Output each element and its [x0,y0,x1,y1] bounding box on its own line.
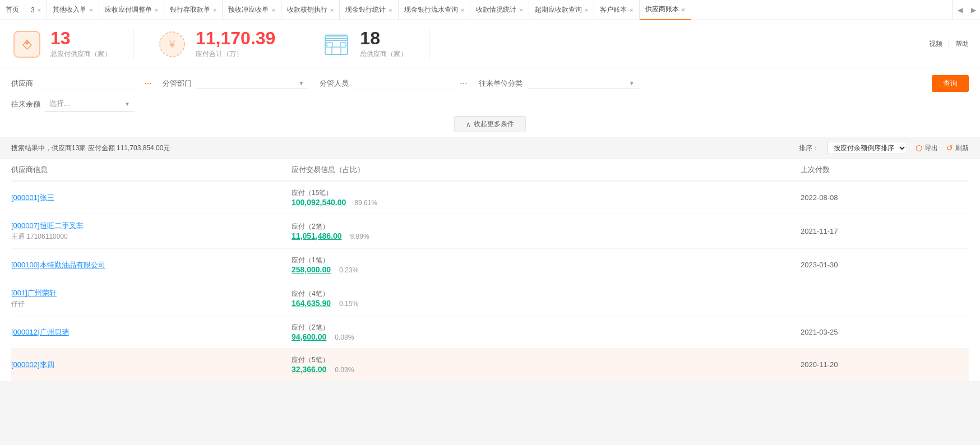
trade-amount-row: 94,600.000.08% [292,332,801,341]
nav-tab-prepay-label: 预收冲应收单 [228,5,269,15]
top-navigation: 首页 3 × 其他收入单 × 应收应付调整单 × 银行存取款单 × 预收冲应收单… [0,0,980,20]
nav-tab-cash-stats-close[interactable]: × [389,7,392,13]
category-dropdown-icon: ▼ [629,80,635,86]
filter-row-1: 供应商 ··· 分管部门 ▼ 分管人员 ··· 往来单位分类 ▼ 查询 [11,75,969,92]
dept-filter-select[interactable]: ▼ [196,78,308,89]
supplier-col: [000001]张三 [11,193,292,203]
supplier-filter-input[interactable] [38,77,138,90]
table-row: [000002]李四应付（5笔）32,366.000.03%2020-11-20 [11,349,969,381]
payable-icon: ¥ [156,29,187,59]
refresh-label: 刷新 [955,143,969,153]
result-summary: 搜索结果中，供应商13家 应付金额 111,703,854.00元 [11,143,170,153]
table-row: [001]广州荣轩仔仔应付（4笔）164,635.900.15% [11,281,969,316]
stats-bar: ◇ ❖ 13 总应付供应商（家） ¥ 11,170.39 应付合计（万） [0,20,980,68]
category-filter-select[interactable]: ▼ [527,78,639,89]
col-header-supplier: 供应商信息 [11,165,292,175]
person-filter-input[interactable] [353,77,454,90]
trade-amount[interactable]: 94,600.00 [292,332,326,341]
trade-col: 应付（5笔）32,366.000.03% [292,355,801,374]
trade-percent: 0.08% [335,333,354,341]
nav-tab-overdue[interactable]: 超期应收款查询 × [529,0,594,20]
export-button[interactable]: ⬡ 导出 [916,143,938,153]
col-header-lastpay: 上次付数 [801,165,969,175]
nav-tab-home[interactable]: 首页 [0,0,25,20]
supplier-name-link[interactable]: [000001]张三 [11,193,292,203]
trade-amount[interactable]: 258,000.00 [292,265,331,274]
supplier-name-link[interactable]: [000002]李四 [11,360,292,370]
refresh-button[interactable]: ↺ 刷新 [946,143,969,153]
supplier-icon: ◇ ❖ [11,29,42,59]
supplier-name-link[interactable]: [000100]本特勤油品有限公司 [11,260,292,270]
balance-filter-value: 选择... [49,99,70,109]
nav-tab-adjust-close[interactable]: × [155,7,158,13]
nav-tab-3[interactable]: 3 × [25,0,47,20]
trade-amount[interactable]: 32,366.00 [292,365,326,374]
supplier-name-link[interactable]: [000007]恒旺二手叉车 [11,221,292,231]
nav-tab-prepay-close[interactable]: × [271,7,275,13]
trade-label: 应付（1笔） [292,256,801,265]
nav-tab-collect-stats[interactable]: 收款情况统计 × [470,0,529,20]
dept-filter-label: 分管部门 [163,78,192,89]
sort-select[interactable]: 按应付余额倒序排序 [828,142,907,154]
nav-right-arrow[interactable]: ▶ [967,0,980,20]
trade-amount-row: 32,366.000.03% [292,365,801,374]
trade-label: 应付（4笔） [292,289,801,299]
dept-dropdown-icon: ▼ [298,80,304,86]
person-filter-label: 分管人员 [320,78,349,89]
trade-col: 应付（2笔）94,600.000.08% [292,323,801,341]
trade-amount[interactable]: 11,051,486.00 [292,231,342,240]
query-button[interactable]: 查询 [932,75,969,92]
trade-amount-row: 164,635.900.15% [292,299,801,308]
filter-supplier: 供应商 ··· [11,77,151,90]
filter-area: 供应商 ··· 分管部门 ▼ 分管人员 ··· 往来单位分类 ▼ 查询 [0,68,980,137]
nav-tab-other-income-close[interactable]: × [89,7,93,13]
nav-tab-bank[interactable]: 银行存取款单 × [164,0,223,20]
table-row: [000100]本特勤油品有限公司应付（1笔）258,000.000.23%20… [11,249,969,281]
nav-tab-cash-stats[interactable]: 现金银行统计 × [340,0,398,20]
nav-tab-collection-close[interactable]: × [330,7,334,13]
nav-tab-3-label: 3 [31,6,35,14]
svg-rect-7 [325,34,348,37]
last-pay-col: 2021-03-25 [801,328,969,336]
nav-tab-3-close[interactable]: × [38,7,41,13]
svg-rect-5 [325,39,348,54]
supplier-filter-dots[interactable]: ··· [144,78,151,89]
nav-tab-supplier-book[interactable]: 供应商账本 × [640,0,691,20]
nav-tab-customer-book-label: 客户账本 [600,5,627,15]
supplier-name-link[interactable]: [000012]广州贝瑞 [11,327,292,337]
payable-suppliers-label: 总应付供应商（家） [50,49,111,59]
supplier-name-link[interactable]: [001]广州荣轩 [11,288,292,298]
video-link[interactable]: 视频 [929,39,942,49]
person-filter-dots[interactable]: ··· [460,78,467,89]
trade-amount[interactable]: 100,092,540.00 [292,198,346,207]
nav-tab-cash-flow[interactable]: 现金银行流水查询 × [399,0,470,20]
balance-filter-select[interactable]: 选择... ▼ [45,96,135,112]
nav-tab-collection-label: 收款核销执行 [287,5,327,15]
nav-tab-overdue-close[interactable]: × [585,7,588,13]
trade-percent: 0.15% [339,300,358,308]
nav-left-arrow[interactable]: ◀ [953,0,967,20]
nav-tab-supplier-book-close[interactable]: × [682,6,685,13]
nav-tab-prepay[interactable]: 预收冲应收单 × [223,0,281,20]
nav-tab-adjust[interactable]: 应收应付调整单 × [99,0,164,20]
data-table: 供应商信息 应付交易信息（占比） 上次付数 [000001]张三应付（15笔）1… [0,159,980,381]
nav-tab-cash-flow-label: 现金银行流水查询 [404,5,458,15]
supplier-col: [000012]广州贝瑞 [11,327,292,337]
trade-percent: 0.23% [339,266,358,274]
trade-label: 应付（2笔） [292,222,801,231]
top-right-links: 视频 | 帮助 [929,39,969,49]
nav-tab-collection[interactable]: 收款核销执行 × [281,0,340,20]
nav-tab-other-income[interactable]: 其他收入单 × [47,0,99,20]
trade-col: 应付（4笔）164,635.900.15% [292,289,801,308]
nav-tab-cash-flow-close[interactable]: × [461,7,464,13]
trade-percent: 0.03% [335,366,354,374]
nav-tab-overdue-label: 超期应收款查询 [535,5,582,15]
trade-amount[interactable]: 164,635.90 [292,299,331,308]
nav-tab-customer-book[interactable]: 客户账本 × [594,0,639,20]
collapse-filter-button[interactable]: ∧ 收起更多条件 [454,116,526,132]
nav-tab-customer-book-close[interactable]: × [630,7,633,13]
table-header: 供应商信息 应付交易信息（占比） 上次付数 [11,159,969,182]
nav-tab-collect-stats-close[interactable]: × [519,7,523,13]
nav-tab-bank-close[interactable]: × [213,7,216,13]
help-link[interactable]: 帮助 [955,39,969,49]
